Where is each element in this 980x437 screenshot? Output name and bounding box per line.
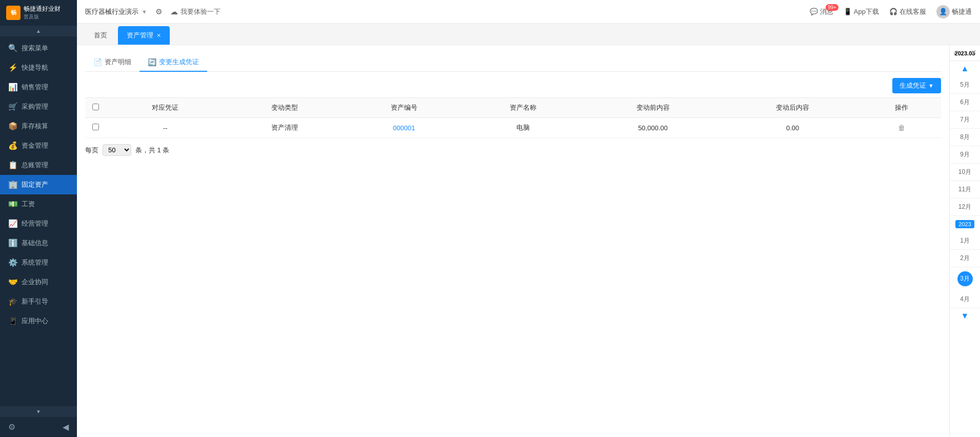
panel-close-icon[interactable]: ✕ [971, 48, 977, 56]
timeline-month-11月[interactable]: 11月 [950, 181, 980, 198]
logo-icon: 畅 [6, 6, 21, 20]
row-after-change-0: 0.00 [723, 118, 863, 138]
sidebar-label-inventory: 库存核算 [22, 122, 48, 131]
sidebar-label-funds: 资金管理 [22, 141, 48, 150]
timeline-month-5月[interactable]: 5月 [950, 76, 980, 94]
sub-tab-asset-detail[interactable]: 📄资产明细 [85, 53, 139, 72]
user-menu-btn[interactable]: 👤 畅捷通 [936, 5, 972, 18]
sidebar-scroll-down[interactable]: ▼ [0, 406, 77, 416]
row-change-type-0: 资产清理 [225, 118, 345, 138]
sidebar-scroll-up[interactable]: ▲ [0, 26, 77, 36]
sidebar-icon-ledger: 📋 [8, 161, 17, 170]
sidebar-item-inventory[interactable]: 📦库存核算 [0, 116, 77, 136]
sidebar-item-search[interactable]: 🔍搜索菜单 [0, 38, 77, 58]
sidebar-item-basic-info[interactable]: ℹ️基础信息 [0, 233, 77, 253]
sidebar-item-sales[interactable]: 📊销售管理 [0, 77, 77, 97]
sidebar-label-sales: 销售管理 [22, 83, 48, 92]
notifications-btn[interactable]: 💬 消息 99+ [810, 7, 833, 16]
username-label: 畅捷通 [952, 7, 972, 16]
timeline-month-6月[interactable]: 6月 [950, 94, 980, 111]
main-area: 医疗器械行业演示 ▼ ⚙ ☁ 我要体验一下 💬 消息 99+ 📱 App下载 🎧… [77, 0, 980, 437]
company-arrow-icon: ▼ [142, 9, 147, 15]
notifications-badge: 99+ [826, 4, 838, 11]
topbar-gear-icon[interactable]: ⚙ [155, 7, 162, 16]
total-text: 条，共 1 条 [135, 146, 169, 155]
sidebar-icon-inventory: 📦 [8, 122, 17, 131]
collapse-icon[interactable]: ◀ [63, 422, 69, 432]
current-month-item[interactable]: 3月 [957, 271, 973, 287]
timeline-month-2月[interactable]: 2月 [950, 250, 980, 267]
generate-voucher-btn[interactable]: 生成凭证 ▼ [892, 78, 941, 93]
app-download-btn[interactable]: 📱 App下载 [844, 7, 879, 16]
sidebar-item-funds[interactable]: 💰资金管理 [0, 136, 77, 155]
sidebar-label-purchase: 采购管理 [22, 102, 48, 111]
topbar: 医疗器械行业演示 ▼ ⚙ ☁ 我要体验一下 💬 消息 99+ 📱 App下载 🎧… [77, 0, 980, 24]
panel-expand-icon[interactable]: ⤢ [953, 48, 959, 56]
sidebar-item-guide[interactable]: 🎓新手引导 [0, 292, 77, 311]
sub-tabs: 📄资产明细🔄变更生成凭证 [85, 53, 941, 72]
sidebar-label-search: 搜索菜单 [22, 44, 48, 53]
sidebar-nav: 🔍搜索菜单⚡快捷导航📊销售管理🛒采购管理📦库存核算💰资金管理📋总账管理🏢固定资产… [0, 36, 77, 406]
logo-text: 畅捷通好业财 [24, 5, 61, 13]
sidebar-item-ops[interactable]: 📈经营管理 [0, 214, 77, 233]
sidebar-item-ledger[interactable]: 📋总账管理 [0, 155, 77, 175]
per-page-select[interactable]: 2050100 [103, 144, 131, 156]
col-header-after_change: 变动后内容 [723, 98, 863, 118]
per-page-label: 每页 [85, 146, 98, 155]
timeline-month-9月[interactable]: 9月 [950, 146, 980, 164]
tab-label-home: 首页 [94, 31, 107, 39]
sidebar-label-guide: 新手引导 [22, 297, 48, 306]
sidebar-icon-funds: 💰 [8, 141, 17, 150]
sidebar-item-quick-nav[interactable]: ⚡快捷导航 [0, 58, 77, 77]
sidebar-item-payroll[interactable]: 💵工资 [0, 194, 77, 214]
row-before-change-0: 50,000.00 [583, 118, 723, 138]
col-header-change_type: 变动类型 [225, 98, 345, 118]
delete-icon-0[interactable]: 🗑 [898, 124, 905, 132]
sidebar-footer: ⚙ ◀ [0, 416, 77, 437]
select-all-checkbox[interactable] [92, 104, 99, 110]
row-voucher-0: -- [106, 118, 225, 138]
sidebar-item-purchase[interactable]: 🛒采购管理 [0, 97, 77, 116]
timeline-nav-down[interactable]: ▼ [950, 308, 980, 324]
tab-close-asset-mgmt[interactable]: ✕ [156, 32, 161, 38]
online-service-btn[interactable]: 🎧 在线客服 [889, 7, 926, 16]
table-row: -- 资产清理 000001 电脑 50,000.00 0.00 🗑 [85, 118, 941, 138]
sidebar-icon-purchase: 🛒 [8, 102, 17, 111]
timeline-month-8月[interactable]: 8月 [950, 129, 980, 146]
row-checkbox-cell [85, 118, 106, 138]
sidebar-icon-quick-nav: ⚡ [8, 63, 17, 72]
sidebar-label-ops: 经营管理 [22, 219, 48, 228]
sidebar-item-app-center[interactable]: 📱应用中心 [0, 311, 77, 331]
timeline-month-12月[interactable]: 12月 [950, 198, 980, 216]
timeline-nav-up[interactable]: ▲ [950, 61, 980, 76]
content-wrapper: 📄资产明细🔄变更生成凭证 生成凭证 ▼ 对应凭证变动类型资产编号资产名称变动前内… [77, 45, 980, 437]
online-service-label: 在线客服 [899, 7, 926, 16]
settings-icon[interactable]: ⚙ [8, 422, 15, 432]
sub-tab-change-voucher[interactable]: 🔄变更生成凭证 [139, 53, 207, 72]
sub-tab-label-change-voucher: 变更生成凭证 [159, 57, 199, 67]
cloud-icon: ☁ [170, 7, 178, 16]
timeline-month-7月[interactable]: 7月 [950, 111, 980, 129]
timeline-month-10月[interactable]: 10月 [950, 164, 980, 181]
sidebar-item-coop[interactable]: 🤝企业协同 [0, 272, 77, 292]
col-header-voucher: 对应凭证 [106, 98, 225, 118]
sub-tab-icon-change-voucher: 🔄 [148, 58, 156, 66]
sidebar-icon-payroll: 💵 [8, 200, 17, 209]
sidebar-item-system[interactable]: ⚙️系统管理 [0, 253, 77, 272]
company-selector[interactable]: 医疗器械行业演示 ▼ [85, 7, 147, 16]
col-header-asset_no: 资产编号 [344, 98, 464, 118]
avatar: 👤 [936, 5, 950, 18]
row-checkbox-0[interactable] [92, 124, 99, 130]
col-header-asset_name: 资产名称 [464, 98, 583, 118]
tab-asset-mgmt[interactable]: 资产管理✕ [118, 26, 170, 45]
timeline-month-4月[interactable]: 4月 [950, 291, 980, 308]
timeline-month-1月[interactable]: 1月 [950, 232, 980, 250]
tab-home[interactable]: 首页 [85, 26, 116, 45]
page-content: 📄资产明细🔄变更生成凭证 生成凭证 ▼ 对应凭证变动类型资产编号资产名称变动前内… [77, 45, 949, 437]
experience-btn[interactable]: ☁ 我要体验一下 [170, 7, 221, 16]
sidebar-icon-app-center: 📱 [8, 316, 17, 326]
sidebar-label-payroll: 工资 [22, 200, 35, 209]
year-badge[interactable]: 2023 [955, 220, 974, 228]
sidebar-item-fixed-assets[interactable]: 🏢固定资产 [0, 175, 77, 194]
logo-sub: 普及版 [24, 13, 61, 21]
